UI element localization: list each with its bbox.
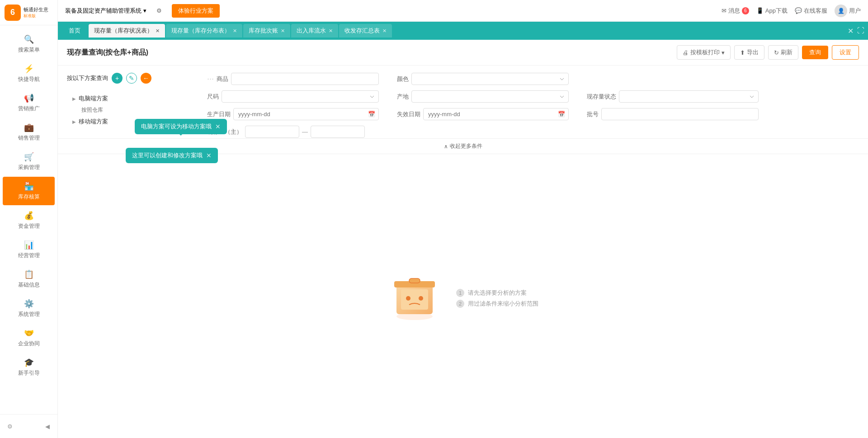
industry-btn[interactable]: 体验行业方案 [172,4,220,18]
sidebar-bottom: ⚙ ◀ [0,414,57,438]
system-dropdown[interactable]: 装备及固定资产辅助管理系统 ▾ [65,7,146,15]
tree-arrow-desktop: ▶ [72,96,76,101]
nav-label: 基础信息 [18,281,40,289]
stock-status-select[interactable] [619,90,759,103]
search-btn[interactable]: 查询 [802,46,828,59]
stock-main-from-input[interactable] [245,126,299,138]
print-btn[interactable]: 🖨 按模板打印 ▾ [677,45,731,60]
search-icon: 🔍 [24,34,34,44]
empty-step-1: 1 请先选择要分析的方案 [456,289,538,297]
goods-dots-icon[interactable]: ··· [207,74,214,84]
add-scheme-btn[interactable]: + [112,73,123,84]
sidebar-item-marketing[interactable]: 📢营销推广 [3,89,55,117]
sidebar-item-inventory[interactable]: 🏪库存核算 [3,177,55,205]
tab-close-inout-flow[interactable]: ✕ [329,28,333,34]
nav-label: 采购管理 [18,164,40,171]
tree-desktop-label: 电脑端方案 [79,94,108,103]
svg-rect-7 [409,278,420,283]
empty-svg [387,271,442,321]
support-label: 在线客服 [804,7,827,15]
filter-field-origin: 产地 [397,90,569,103]
sidebar-item-sales[interactable]: 💼销售管理 [3,118,55,146]
exp-date-calendar-icon[interactable]: 📅 [558,111,565,118]
header-settings-btn[interactable]: ⚙ [152,4,166,18]
tab-close-inventory-dist[interactable]: ✕ [233,28,237,34]
nav-label: 经营管理 [18,252,40,259]
filter-row-3: 生产日期 📅 失效日期 📅 [207,108,859,120]
sidebar-item-basic[interactable]: 📋基础信息 [3,265,55,293]
sidebar-logo: 6 畅通好生意 标准版 [0,0,57,25]
sidebar-item-purchase[interactable]: 🛒采购管理 [3,147,55,176]
tab-inout-flow[interactable]: 出入库流水 ✕ [291,24,338,38]
batch-input[interactable] [601,108,759,120]
system-icon: ⚙️ [24,299,34,309]
app-logo-icon: 6 [5,5,21,21]
filter-field-stock-status: 现存量状态 [587,90,759,103]
prod-date-input[interactable] [233,108,379,120]
color-select[interactable] [411,73,569,85]
sidebar-item-quick[interactable]: ⚡快捷导航 [3,59,55,88]
create-tooltip: 这里可以创建和修改方案哦 ✕ [126,148,218,163]
user-action[interactable]: 👤 用户 [835,5,861,17]
nav-label: 企业协同 [18,340,40,348]
nav-label: 搜索菜单 [18,46,40,54]
sidebar-item-system[interactable]: ⚙️系统管理 [3,294,55,323]
page-actions: 🖨 按模板打印 ▾ ⬆ 导出 ↻ 刷新 查询 设置 [677,45,859,60]
exp-date-input[interactable] [423,108,569,120]
sidebar-item-search[interactable]: 🔍搜索菜单 [3,30,55,58]
tree-arrow-mobile: ▶ [72,119,76,124]
sidebar-item-collab[interactable]: 🤝企业协同 [3,324,55,352]
settings-bottom-btn[interactable]: ⚙ [3,419,17,433]
origin-label: 产地 [397,93,409,101]
msg-action[interactable]: ✉ 消息 6 [722,7,749,15]
sidebar-item-finance[interactable]: 💰资金管理 [3,206,55,235]
stock-main-to-input[interactable] [311,126,365,138]
tab-home[interactable]: 首页 [61,24,88,38]
prod-date-label: 生产日期 [207,110,231,118]
sidebar-item-business[interactable]: 📊经营管理 [3,235,55,264]
msg-label: 消息 [728,7,740,15]
collapse-sidebar-btn[interactable]: ◀ [40,419,55,433]
tab-close-all-btn[interactable]: ✕ [848,27,854,35]
scheme-tooltip-text: 电脑方案可设为移动方案哦 [141,122,212,131]
tab-close-batch-ledger[interactable]: ✕ [281,28,285,34]
color-label: 颜色 [397,75,409,83]
svg-rect-3 [401,289,428,310]
support-action[interactable]: 💬 在线客服 [795,7,827,15]
msg-icon: ✉ [722,7,726,14]
export-btn[interactable]: ⬆ 导出 [734,45,764,60]
prod-date-calendar-icon[interactable]: 📅 [368,111,375,118]
tab-close-collect-summary[interactable]: ✕ [382,28,387,34]
svg-point-5 [419,296,423,301]
msg-badge: 6 [742,7,749,14]
scheme-tooltip-close[interactable]: ✕ [215,123,221,130]
page-inner: 现存量查询(按仓库+商品) 🖨 按模板打印 ▾ ⬆ 导出 ↻ 刷新 [58,40,868,438]
tab-close-inventory-status[interactable]: ✕ [156,28,160,34]
app-download-action[interactable]: 📱 App下载 [756,7,788,15]
size-select[interactable] [222,90,379,103]
edit-scheme-btn[interactable]: ✎ [126,73,137,84]
logo-text: 畅通好生意 标准版 [24,6,48,19]
refresh-btn[interactable]: ↻ 刷新 [768,45,798,60]
tab-inventory-status[interactable]: 现存量（库存状况表） ✕ [89,24,165,38]
tab-inventory-dist[interactable]: 现存量（库存分布表） ✕ [166,24,242,38]
quick-icon: ⚡ [24,64,34,74]
main-area: 装备及固定资产辅助管理系统 ▾ ⚙ 体验行业方案 ✉ 消息 6 📱 App下载 … [58,0,868,438]
goods-input[interactable] [231,73,379,85]
collapse-btn[interactable]: ∧ 收起更多条件 [444,142,482,150]
exp-date-label: 失效日期 [397,110,420,118]
settings-page-btn[interactable]: 设置 [832,45,859,60]
system-name: 装备及固定资产辅助管理系统 [65,7,142,15]
header-right: ✉ 消息 6 📱 App下载 💬 在线客服 👤 用户 [722,5,861,17]
origin-select[interactable] [411,90,569,103]
create-tooltip-close[interactable]: ✕ [206,152,212,159]
filter-field-stock-main: 现存量（主） — [207,126,365,138]
tab-fullscreen-btn[interactable]: ⛶ [857,27,864,35]
tab-collect-summary[interactable]: 收发存汇总表 ✕ [339,24,392,38]
arrow-scheme-btn[interactable]: ← [141,73,151,84]
nav-label: 新手引导 [18,369,40,377]
tab-batch-ledger[interactable]: 库存批次账 ✕ [243,24,290,38]
empty-illustration [387,271,442,321]
size-label: 尺码 [207,93,219,101]
sidebar-item-guide[interactable]: 🎓新手引导 [3,353,55,381]
